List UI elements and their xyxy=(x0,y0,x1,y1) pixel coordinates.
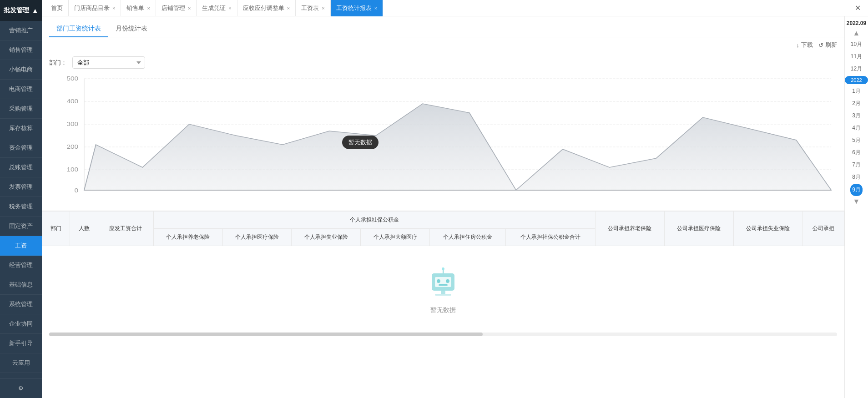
close-all-tabs[interactable]: ✕ xyxy=(851,4,864,12)
filter-row: 部门： 全部 xyxy=(42,53,844,74)
toolbar: ↓ 下载 ↺ 刷新 xyxy=(42,37,844,53)
empty-text: 暂无数据 xyxy=(430,306,456,314)
tab-工资统计报表[interactable]: 工资统计报表× xyxy=(331,0,383,16)
tab-销售单[interactable]: 销售单× xyxy=(121,0,156,16)
time-item-6月[interactable]: 6月 xyxy=(845,146,868,159)
tab-店铺管理[interactable]: 店铺管理× xyxy=(156,0,197,16)
th-total-wage: 应发工资合计 xyxy=(98,212,153,246)
svg-text:200: 200 xyxy=(66,144,78,150)
tab-close-生成凭证[interactable]: × xyxy=(228,5,231,11)
sidebar: 批发管理 ▲ 营销推广销售管理小畅电商电商管理采购管理库存核算资金管理总账管理发… xyxy=(0,0,42,398)
filter-label: 部门： xyxy=(49,59,67,67)
svg-text:500: 500 xyxy=(66,76,78,82)
sidebar-toggle-icon: ▲ xyxy=(32,7,38,14)
time-item-11月[interactable]: 11月 xyxy=(845,50,868,63)
time-nav-down[interactable]: ▼ xyxy=(852,196,861,207)
tab-items: 首页门店商品目录×销售单×店铺管理×生成凭证×应收应付调整单×工资表×工资统计报… xyxy=(45,0,851,16)
sidebar-item-新手引导[interactable]: 新手引导 xyxy=(0,334,42,353)
sidebar-item-资金管理[interactable]: 资金管理 xyxy=(0,138,42,158)
sidebar-item-工资[interactable]: 工资 xyxy=(0,236,42,256)
horizontal-scrollbar[interactable] xyxy=(49,333,837,336)
tab-首页[interactable]: 首页 xyxy=(45,0,69,16)
sidebar-item-小畅电商[interactable]: 小畅电商 xyxy=(0,60,42,80)
download-button[interactable]: ↓ 下载 xyxy=(797,41,813,49)
tab-应收应付调整单[interactable]: 应收应付调整单× xyxy=(237,0,296,16)
time-year-badge: 2022 xyxy=(845,76,868,84)
tab-工资表[interactable]: 工资表× xyxy=(296,0,330,16)
th-personal-old: 个人承担养老保险 xyxy=(153,229,222,246)
settings-icon: ⚙ xyxy=(18,385,24,392)
sidebar-settings[interactable]: ⚙ xyxy=(0,378,42,398)
sidebar-item-销售管理[interactable]: 销售管理 xyxy=(0,40,42,60)
time-nav-up[interactable]: ▲ xyxy=(852,28,861,38)
time-item-1月[interactable]: 1月 xyxy=(845,85,868,97)
sub-tab-bar: 部门工资统计表月份统计表 xyxy=(42,16,844,37)
download-icon: ↓ xyxy=(797,42,800,49)
time-item-7月[interactable]: 7月 xyxy=(845,159,868,171)
time-panel-header: 2022.09 xyxy=(847,20,866,26)
content-area: 部门工资统计表月份统计表 ↓ 下载 ↺ 刷新 部门： 全部 xyxy=(42,16,868,398)
time-item-5月[interactable]: 5月 xyxy=(845,134,868,146)
sidebar-item-发票管理[interactable]: 发票管理 xyxy=(0,177,42,197)
svg-text:300: 300 xyxy=(66,121,78,127)
time-item-3月[interactable]: 3月 xyxy=(845,110,868,122)
download-label: 下载 xyxy=(801,41,813,49)
salary-chart: 500 400 300 200 100 0 xyxy=(49,74,837,206)
sidebar-item-系统管理[interactable]: 系统管理 xyxy=(0,295,42,314)
tab-close-工资表[interactable]: × xyxy=(322,5,324,11)
time-items: 10月11月12月20221月2月3月4月5月6月7月8月9月 xyxy=(845,38,868,196)
sidebar-item-经营管理[interactable]: 经营管理 xyxy=(0,256,42,275)
sidebar-item-税务管理[interactable]: 税务管理 xyxy=(0,197,42,217)
sidebar-item-企业协同[interactable]: 企业协同 xyxy=(0,314,42,334)
time-item-9月[interactable]: 9月 xyxy=(850,184,863,196)
tab-close-门店商品目录[interactable]: × xyxy=(112,5,115,11)
time-item-12月[interactable]: 12月 xyxy=(845,63,868,75)
tab-门店商品目录[interactable]: 门店商品目录× xyxy=(69,0,121,16)
sidebar-item-固定资产[interactable]: 固定资产 xyxy=(0,217,42,236)
page-body: 部门工资统计表月份统计表 ↓ 下载 ↺ 刷新 部门： 全部 xyxy=(42,16,844,398)
sidebar-item-营销推广[interactable]: 营销推广 xyxy=(0,21,42,40)
sidebar-header[interactable]: 批发管理 ▲ xyxy=(0,0,42,21)
svg-text:100: 100 xyxy=(66,167,78,173)
svg-point-16 xyxy=(437,279,440,283)
th-company-medical: 公司承担医疗保险 xyxy=(664,212,733,246)
sidebar-item-基础信息[interactable]: 基础信息 xyxy=(0,275,42,295)
chart-area: 500 400 300 200 100 0 xyxy=(42,74,844,211)
data-table: 部门 人数 应发工资合计 个人承担社保公积金 公司承担养老保险 公司承担医疗保险… xyxy=(42,211,844,246)
department-select[interactable]: 全部 xyxy=(72,56,145,69)
tab-生成凭证[interactable]: 生成凭证× xyxy=(197,0,237,16)
tab-close-销售单[interactable]: × xyxy=(147,5,150,11)
th-company-unemploy: 公司承担失业保险 xyxy=(733,212,802,246)
th-personal-total: 个人承担社保公积金合计 xyxy=(505,229,595,246)
sub-tab-部门工资统计表[interactable]: 部门工资统计表 xyxy=(49,21,108,37)
sidebar-item-云应用[interactable]: 云应用 xyxy=(0,353,42,373)
refresh-icon: ↺ xyxy=(818,42,823,49)
svg-text:400: 400 xyxy=(66,99,78,105)
sub-tab-月份统计表[interactable]: 月份统计表 xyxy=(108,21,155,37)
th-personal-group: 个人承担社保公积金 xyxy=(153,212,595,229)
scrollbar-thumb xyxy=(49,333,483,336)
tab-close-工资统计报表[interactable]: × xyxy=(374,5,377,11)
time-item-2月[interactable]: 2月 xyxy=(845,97,868,110)
time-item-10月[interactable]: 10月 xyxy=(845,38,868,50)
tab-close-应收应付调整单[interactable]: × xyxy=(287,5,290,11)
th-company-old: 公司承担养老保险 xyxy=(595,212,664,246)
sidebar-item-采购管理[interactable]: 采购管理 xyxy=(0,99,42,119)
empty-state: 暂无数据 xyxy=(42,246,844,333)
time-item-4月[interactable]: 4月 xyxy=(845,122,868,134)
sidebar-item-电商管理[interactable]: 电商管理 xyxy=(0,80,42,99)
svg-marker-13 xyxy=(84,104,831,190)
time-item-8月[interactable]: 8月 xyxy=(845,171,868,183)
empty-icon xyxy=(425,264,461,301)
sidebar-item-库存核算[interactable]: 库存核算 xyxy=(0,119,42,138)
svg-rect-19 xyxy=(441,291,445,294)
svg-point-17 xyxy=(446,279,449,283)
tab-close-店铺管理[interactable]: × xyxy=(188,5,191,11)
svg-rect-20 xyxy=(435,294,451,296)
sidebar-item-总账管理[interactable]: 总账管理 xyxy=(0,158,42,177)
sidebar-items: 营销推广销售管理小畅电商电商管理采购管理库存核算资金管理总账管理发票管理税务管理… xyxy=(0,21,42,373)
th-department: 部门 xyxy=(42,212,70,246)
th-company-misc: 公司承担 xyxy=(802,212,844,246)
th-count: 人数 xyxy=(70,212,98,246)
refresh-button[interactable]: ↺ 刷新 xyxy=(818,41,837,49)
